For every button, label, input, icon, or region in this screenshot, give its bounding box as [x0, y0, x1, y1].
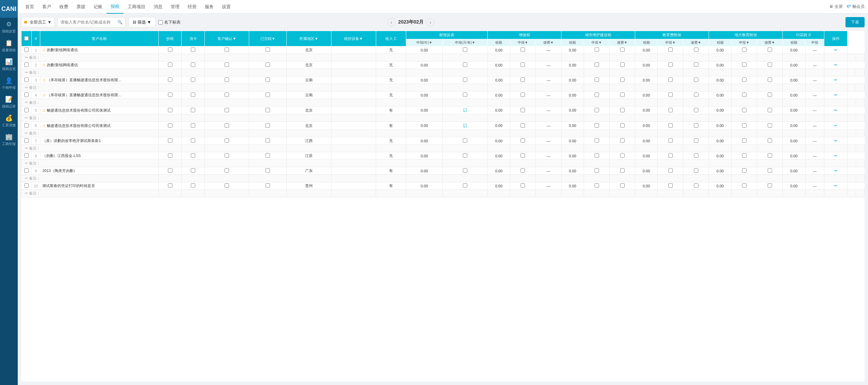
ledu-declare-checkbox[interactable] — [742, 77, 746, 82]
fin-month-checkbox[interactable] — [463, 138, 467, 143]
fin-month-checkbox[interactable] — [463, 77, 467, 82]
confirm-checkbox[interactable] — [225, 47, 229, 52]
ledu-declare-checkbox[interactable] — [742, 62, 746, 67]
vat-declare-checkbox[interactable] — [521, 77, 525, 82]
ledu-pay-checkbox[interactable] — [768, 47, 772, 52]
filter-button[interactable]: ⊟ 筛选 ▼ — [128, 17, 156, 27]
ledu-pay-checkbox[interactable] — [768, 153, 772, 158]
urban-pay-checkbox[interactable] — [620, 168, 625, 173]
completed-checkbox[interactable] — [266, 92, 270, 97]
edu-pay-checkbox[interactable] — [694, 108, 698, 112]
edit-icon[interactable]: ✏ — [834, 184, 837, 188]
edu-declare-checkbox[interactable] — [668, 153, 673, 158]
nav-gongshang[interactable]: 工商项目 — [124, 0, 150, 14]
urban-pay-checkbox[interactable] — [620, 123, 625, 128]
edu-pay-checkbox[interactable] — [694, 183, 698, 188]
edu-pay-checkbox[interactable] — [694, 77, 698, 82]
ledu-pay-checkbox[interactable] — [768, 183, 772, 188]
nav-guanli[interactable]: 管理 — [167, 0, 184, 14]
completed-checkbox[interactable] — [266, 168, 270, 173]
confirm-checkbox[interactable] — [225, 183, 229, 188]
completed-checkbox[interactable] — [266, 183, 270, 188]
vat-declare-checkbox[interactable] — [521, 123, 525, 128]
row-checkbox[interactable] — [24, 47, 29, 52]
row-checkbox[interactable] — [24, 183, 29, 188]
list-checkbox[interactable] — [158, 20, 163, 25]
sidebar-item-jilu[interactable]: 📝 报税记录 — [0, 93, 18, 112]
member-btn[interactable]: 💎 畅会员 — [846, 4, 865, 10]
confirm-checkbox[interactable] — [225, 138, 229, 143]
qingka-checkbox[interactable] — [191, 183, 195, 188]
nav-jizhan[interactable]: 记账 — [89, 0, 106, 14]
vat-declare-checkbox[interactable] — [521, 62, 525, 67]
completed-checkbox[interactable] — [266, 108, 270, 112]
row-checkbox[interactable] — [24, 138, 29, 143]
sidebar-item-zonlan[interactable]: 📊 报税总览 — [0, 55, 18, 74]
nav-shezhi[interactable]: 设置 — [218, 0, 235, 14]
chaoshui-checkbox[interactable] — [168, 92, 172, 97]
urban-pay-checkbox[interactable] — [620, 47, 625, 52]
fin-month-checkbox[interactable] — [463, 168, 467, 173]
ledu-declare-checkbox[interactable] — [742, 92, 746, 97]
edit-icon[interactable]: ✏ — [834, 93, 837, 97]
nav-customer[interactable]: 客户 — [38, 0, 55, 14]
ledu-pay-checkbox[interactable] — [768, 138, 772, 143]
download-button[interactable]: 下表 — [845, 17, 865, 27]
edit-icon[interactable]: ✏ — [834, 124, 837, 128]
ledu-declare-checkbox[interactable] — [742, 47, 746, 52]
row-checkbox[interactable] — [24, 92, 29, 97]
ledu-pay-checkbox[interactable] — [768, 77, 772, 82]
ledu-declare-checkbox[interactable] — [742, 138, 746, 143]
ledu-pay-checkbox[interactable] — [768, 168, 772, 173]
fin-month-checkbox[interactable] — [463, 92, 467, 97]
qingka-checkbox[interactable] — [191, 153, 195, 158]
nav-home[interactable]: 首页 — [21, 0, 38, 14]
row-checkbox[interactable] — [24, 153, 29, 158]
edu-pay-checkbox[interactable] — [694, 123, 698, 128]
qingka-checkbox[interactable] — [191, 62, 195, 67]
ledu-pay-checkbox[interactable] — [768, 92, 772, 97]
confirm-checkbox[interactable] — [225, 62, 229, 67]
qingka-checkbox[interactable] — [191, 123, 195, 128]
qingka-checkbox[interactable] — [191, 168, 195, 173]
vat-declare-checkbox[interactable] — [521, 153, 525, 158]
edu-declare-checkbox[interactable] — [668, 77, 673, 82]
qingka-checkbox[interactable] — [191, 108, 195, 112]
qingka-checkbox[interactable] — [191, 77, 195, 82]
edit-icon[interactable]: ✏ — [834, 108, 837, 112]
chaoshui-checkbox[interactable] — [168, 183, 172, 188]
search-input[interactable] — [60, 20, 117, 25]
urban-declare-checkbox[interactable] — [595, 92, 599, 97]
edu-declare-checkbox[interactable] — [668, 62, 673, 67]
chaoshui-checkbox[interactable] — [168, 77, 172, 82]
completed-checkbox[interactable] — [266, 123, 270, 128]
completed-checkbox[interactable] — [266, 138, 270, 143]
row-checkbox[interactable] — [24, 77, 29, 82]
urban-declare-checkbox[interactable] — [595, 62, 599, 67]
vat-declare-checkbox[interactable] — [521, 92, 525, 97]
completed-checkbox[interactable] — [266, 77, 270, 82]
edit-icon[interactable]: ✏ — [834, 48, 837, 52]
edu-pay-checkbox[interactable] — [694, 138, 698, 143]
chaoshui-checkbox[interactable] — [168, 62, 172, 67]
urban-declare-checkbox[interactable] — [595, 183, 599, 188]
ledu-pay-checkbox[interactable] — [768, 108, 772, 112]
sidebar-item-baoshuishezhi[interactable]: ⚙ 报税设置 — [0, 18, 18, 37]
urban-pay-checkbox[interactable] — [620, 92, 625, 97]
confirm-checkbox[interactable] — [225, 123, 229, 128]
ledu-pay-checkbox[interactable] — [768, 123, 772, 128]
confirm-checkbox[interactable] — [225, 153, 229, 158]
urban-declare-checkbox[interactable] — [595, 153, 599, 158]
employee-filter-select[interactable]: 全部员工 ▼ — [21, 17, 55, 27]
vat-declare-checkbox[interactable] — [521, 47, 525, 52]
urban-declare-checkbox[interactable] — [595, 47, 599, 52]
urban-declare-checkbox[interactable] — [595, 168, 599, 173]
fin-month-checkbox[interactable] — [463, 153, 467, 158]
fin-month-checkbox[interactable] — [463, 183, 467, 188]
edit-icon[interactable]: ✏ — [834, 139, 837, 143]
ledu-pay-checkbox[interactable] — [768, 62, 772, 67]
urban-declare-checkbox[interactable] — [595, 123, 599, 128]
fin-month-checkbox[interactable] — [463, 47, 467, 52]
urban-pay-checkbox[interactable] — [620, 153, 625, 158]
edu-pay-checkbox[interactable] — [694, 47, 698, 52]
